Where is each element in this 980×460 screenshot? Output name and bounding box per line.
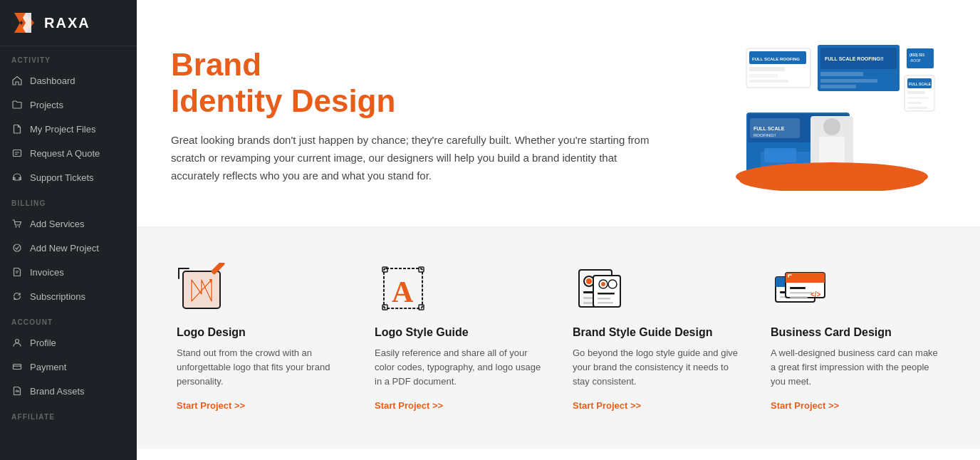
svg-rect-36	[820, 85, 856, 88]
service-card-business-card: </> Business Card Design A well-designed…	[765, 256, 946, 420]
svg-text:FULL SCALE: FULL SCALE	[754, 126, 785, 131]
sidebar-item-invoices[interactable]: Invoices	[0, 260, 137, 284]
hero-title-line1: Brand	[171, 47, 261, 82]
svg-point-23	[823, 118, 840, 135]
svg-rect-29	[749, 74, 778, 78]
svg-rect-71	[598, 298, 610, 300]
svg-rect-72	[598, 302, 613, 304]
sidebar-item-label-payment: Payment	[30, 362, 125, 372]
brand-style-guide-title: Brand Style Guide Design	[573, 326, 742, 339]
sidebar-item-add-new-project[interactable]: Add New Project	[0, 236, 137, 260]
brand-style-guide-icon	[573, 263, 629, 314]
sidebar-item-label-subscriptions: Subscriptions	[30, 291, 125, 302]
svg-point-8	[16, 340, 19, 343]
svg-rect-70	[598, 293, 615, 295]
sidebar-item-label-profile: Profile	[30, 338, 125, 348]
raxa-logo-icon	[11, 10, 37, 36]
svg-rect-35	[820, 79, 877, 83]
svg-text:FULL SCALE ROOFING!!: FULL SCALE ROOFING!!	[825, 56, 884, 61]
business-card-icon: </>	[771, 263, 827, 314]
svg-rect-81	[790, 287, 806, 289]
home-icon	[11, 75, 23, 86]
logo-design-cta[interactable]: Start Project >>	[177, 400, 245, 411]
logo-style-guide-cta[interactable]: Start Project >>	[375, 400, 443, 411]
brand-style-guide-cta[interactable]: Start Project >>	[573, 400, 641, 411]
hero-title: Brand Identity Design	[171, 47, 655, 119]
sidebar-item-label-dashboard: Dashboard	[30, 75, 125, 86]
hero-ellipse	[736, 162, 928, 191]
service-card-brand-style-guide: Brand Style Guide Design Go beyond the l…	[567, 256, 748, 420]
invoice-icon	[11, 266, 23, 278]
svg-text:FULL SCALE ROOFING: FULL SCALE ROOFING	[752, 57, 800, 61]
refresh-icon	[11, 291, 23, 302]
logo-style-guide-icon-area: A	[375, 261, 432, 315]
folder-icon	[11, 99, 23, 110]
services-cards-section: Logo Design Stand out from the crowd wit…	[137, 227, 980, 449]
svg-rect-80	[786, 280, 825, 283]
sidebar-item-my-project-files[interactable]: My Project Files	[0, 117, 137, 141]
svg-text:ROOFING!!: ROOFING!!	[754, 133, 776, 137]
section-label-affiliate: AFFILIATE	[0, 403, 137, 425]
svg-point-61	[586, 278, 592, 284]
logo-design-desc: Stand out from the crowd with an unforge…	[177, 346, 346, 389]
sidebar-item-payment[interactable]: Payment	[0, 355, 137, 379]
brand-icon	[11, 385, 23, 397]
svg-rect-82	[790, 292, 813, 294]
hero-title-line2: Identity Design	[171, 83, 395, 118]
sidebar-item-subscriptions[interactable]: Subscriptions	[0, 284, 137, 308]
hero-description: Great looking brands don't just happen b…	[171, 132, 655, 184]
logo-style-guide-desc: Easily reference and share all of your c…	[375, 346, 544, 389]
sidebar-item-label-add-services: Add Services	[30, 219, 125, 229]
sidebar-item-profile[interactable]: Profile	[0, 330, 137, 355]
svg-point-6	[19, 226, 20, 228]
hero-image-area: FULL SCALE ROOFING!! FULL SCALE ROOFING	[718, 34, 946, 198]
svg-rect-45	[907, 102, 922, 104]
svg-rect-46	[907, 107, 927, 109]
sidebar: RAXA ACTIVITY Dashboard Projects My Proj…	[0, 0, 137, 460]
svg-point-7	[14, 244, 21, 251]
svg-text:(833) 321: (833) 321	[909, 53, 925, 57]
svg-rect-17	[764, 148, 796, 162]
svg-rect-34	[820, 72, 863, 76]
quote-icon	[11, 147, 23, 159]
business-card-icon-area: </>	[771, 261, 828, 315]
sidebar-item-label-brand-assets: Brand Assets	[30, 386, 125, 397]
business-card-desc: A well-designed business card can make a…	[771, 346, 940, 389]
svg-text:A: A	[392, 276, 414, 308]
service-card-logo-design: Logo Design Stand out from the crowd wit…	[171, 256, 352, 420]
support-icon	[11, 172, 23, 183]
sidebar-item-label-my-project-files: My Project Files	[30, 124, 125, 135]
svg-rect-4	[14, 150, 21, 157]
cart-icon	[11, 218, 23, 229]
logo-design-icon-area	[177, 261, 234, 315]
sidebar-item-label-add-new-project: Add New Project	[30, 243, 125, 253]
service-card-logo-style-guide: A Logo Style Guide Easily reference and …	[369, 256, 550, 420]
svg-point-68	[601, 282, 605, 286]
payment-icon	[11, 361, 23, 372]
logo-design-title: Logo Design	[177, 326, 346, 339]
logo-text: RAXA	[44, 15, 90, 31]
sidebar-item-support-tickets[interactable]: Support Tickets	[0, 165, 137, 189]
svg-text:-ROOF: -ROOF	[909, 58, 921, 63]
sidebar-item-dashboard[interactable]: Dashboard	[0, 68, 137, 93]
brand-style-guide-desc: Go beyond the logo style guide and give …	[573, 346, 742, 389]
brand-style-guide-icon-area	[573, 261, 630, 315]
main-content: Brand Identity Design Great looking bran…	[137, 0, 980, 460]
svg-rect-43	[907, 91, 925, 94]
logo-style-guide-icon: A	[375, 263, 431, 314]
svg-rect-28	[749, 67, 785, 71]
section-label-activity: ACTIVITY	[0, 46, 137, 68]
hero-text: Brand Identity Design Great looking bran…	[171, 47, 655, 184]
sidebar-item-label-request-a-quote: Request A Quote	[30, 148, 125, 159]
person-icon	[11, 337, 23, 348]
business-card-cta[interactable]: Start Project >>	[771, 400, 839, 411]
svg-text:</>: </>	[810, 291, 821, 298]
svg-point-5	[16, 226, 17, 228]
business-card-title: Business Card Design	[771, 326, 940, 339]
sidebar-item-request-a-quote[interactable]: Request A Quote	[0, 141, 137, 165]
sidebar-item-label-projects: Projects	[30, 100, 125, 110]
sidebar-item-projects[interactable]: Projects	[0, 93, 137, 117]
sidebar-item-brand-assets[interactable]: Brand Assets	[0, 379, 137, 403]
badge-icon	[11, 242, 23, 253]
sidebar-item-add-services[interactable]: Add Services	[0, 211, 137, 236]
